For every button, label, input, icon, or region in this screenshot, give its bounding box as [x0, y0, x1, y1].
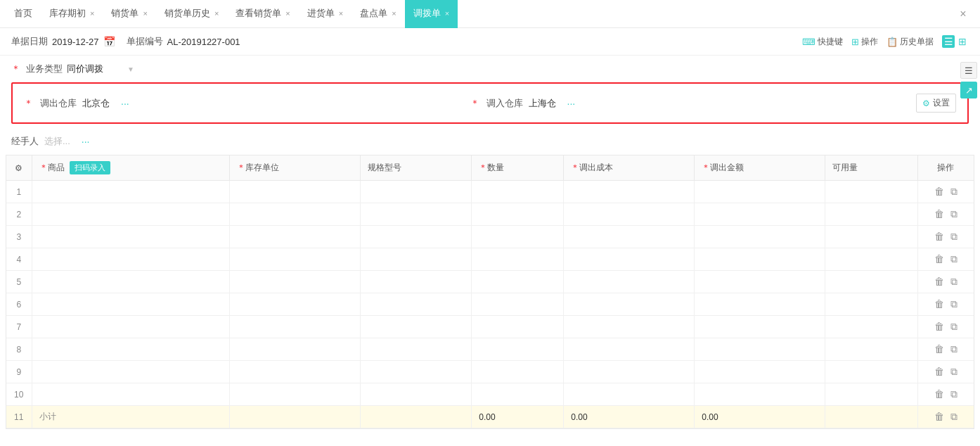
cell-amount[interactable] — [695, 248, 825, 271]
cell-spec[interactable] — [360, 406, 472, 428]
copy-icon[interactable]: ⧉ — [950, 208, 958, 219]
tab-home[interactable]: 首页 — [6, 0, 41, 28]
cell-quantity[interactable] — [472, 226, 564, 248]
copy-icon[interactable]: ⧉ — [950, 411, 958, 422]
date-value[interactable]: 2019-12-27 — [52, 37, 99, 47]
cell-amount[interactable] — [695, 226, 825, 248]
copy-icon[interactable]: ⧉ — [950, 276, 958, 287]
cell-spec[interactable] — [360, 203, 472, 226]
cell-amount[interactable] — [695, 293, 825, 316]
cell-available[interactable] — [825, 226, 917, 248]
cell-unit[interactable] — [229, 406, 360, 428]
layout-toggle[interactable]: ☰ ⊞ — [942, 35, 969, 48]
cell-amount[interactable] — [695, 338, 825, 361]
cell-amount[interactable] — [695, 316, 825, 338]
tab-sales-history[interactable]: 销货单历史 × — [156, 0, 227, 28]
cell-unit[interactable] — [229, 248, 360, 271]
cell-product[interactable] — [32, 338, 229, 361]
cell-spec[interactable] — [360, 181, 472, 203]
copy-icon[interactable]: ⧉ — [950, 343, 958, 355]
cell-unit[interactable] — [229, 338, 360, 361]
cell-unit[interactable] — [229, 203, 360, 226]
cell-amount[interactable] — [695, 271, 825, 293]
window-close-button[interactable]: × — [952, 3, 974, 25]
delete-icon[interactable]: 🗑 — [934, 253, 944, 265]
delete-icon[interactable]: 🗑 — [934, 411, 944, 422]
cell-cost[interactable] — [564, 361, 695, 383]
cell-unit[interactable] — [229, 383, 360, 406]
warehouse-out-value[interactable]: 北京仓 — [82, 97, 110, 110]
cell-unit[interactable] — [229, 271, 360, 293]
cell-spec[interactable] — [360, 226, 472, 248]
cell-quantity[interactable] — [472, 271, 564, 293]
cell-cost[interactable] — [564, 248, 695, 271]
tab-inventory-init[interactable]: 库存期初 × — [41, 0, 103, 28]
handler-input[interactable]: 选择... — [44, 135, 70, 148]
delete-icon[interactable]: 🗑 — [934, 321, 944, 332]
cell-product[interactable] — [32, 361, 229, 383]
copy-icon[interactable]: ⧉ — [950, 231, 958, 242]
delete-icon[interactable]: 🗑 — [934, 208, 944, 219]
cell-available[interactable] — [825, 293, 917, 316]
cell-spec[interactable] — [360, 338, 472, 361]
cell-unit[interactable] — [229, 181, 360, 203]
cell-spec[interactable] — [360, 383, 472, 406]
cell-cost[interactable] — [564, 338, 695, 361]
cell-spec[interactable] — [360, 271, 472, 293]
operation-btn[interactable]: ⊞ 操作 — [851, 36, 878, 48]
cell-available[interactable] — [825, 338, 917, 361]
cell-available[interactable] — [825, 271, 917, 293]
business-type-field[interactable]: ＊ 业务类型 同价调拨 ▼ — [11, 63, 134, 75]
delete-icon[interactable]: 🗑 — [934, 298, 944, 310]
close-icon[interactable]: × — [90, 9, 94, 18]
cell-amount[interactable] — [695, 203, 825, 226]
cell-product[interactable] — [32, 293, 229, 316]
tab-inventory-count[interactable]: 盘点单 × — [352, 0, 404, 28]
scan-btn[interactable]: 扫码录入 — [70, 161, 110, 174]
cell-cost[interactable] — [564, 203, 695, 226]
cell-product[interactable] — [32, 383, 229, 406]
cell-cost[interactable] — [564, 383, 695, 406]
cell-quantity[interactable] — [472, 293, 564, 316]
copy-icon[interactable]: ⧉ — [950, 298, 958, 310]
cell-amount[interactable] — [695, 383, 825, 406]
copy-icon[interactable]: ⧉ — [950, 388, 958, 400]
sidebar-tool-list[interactable]: ☰ — [960, 62, 977, 79]
copy-icon[interactable]: ⧉ — [950, 321, 958, 332]
cell-quantity[interactable] — [472, 316, 564, 338]
cell-spec[interactable] — [360, 361, 472, 383]
cell-available[interactable] — [825, 181, 917, 203]
cell-cost[interactable] — [564, 181, 695, 203]
table-scroll[interactable]: ⚙ ＊商品 扫码录入 ＊库存单位 规格型号 ＊数量 ＊调出成本 — [6, 155, 974, 428]
close-icon[interactable]: × — [214, 9, 219, 18]
cell-amount[interactable] — [695, 181, 825, 203]
cell-amount[interactable] — [695, 361, 825, 383]
cell-cost[interactable] — [564, 226, 695, 248]
calendar-icon[interactable]: 📅 — [103, 36, 115, 47]
cell-quantity[interactable] — [472, 181, 564, 203]
tab-transfer-order[interactable]: 调拨单 × — [405, 0, 458, 28]
delete-icon[interactable]: 🗑 — [934, 186, 944, 197]
cell-available[interactable] — [825, 203, 917, 226]
cell-unit[interactable] — [229, 226, 360, 248]
cell-quantity[interactable] — [472, 383, 564, 406]
close-icon[interactable]: × — [445, 9, 449, 18]
warehouse-out-more-btn[interactable]: ··· — [121, 98, 129, 109]
cell-product[interactable] — [32, 226, 229, 248]
cell-spec[interactable] — [360, 293, 472, 316]
cell-available[interactable] — [825, 361, 917, 383]
delete-icon[interactable]: 🗑 — [934, 343, 944, 355]
copy-icon[interactable]: ⧉ — [950, 186, 958, 197]
copy-icon[interactable]: ⧉ — [950, 253, 958, 265]
layout-list-icon[interactable]: ☰ — [942, 35, 955, 48]
history-btn[interactable]: 📋 历史单据 — [886, 36, 934, 48]
cell-spec[interactable] — [360, 316, 472, 338]
cell-cost[interactable] — [564, 271, 695, 293]
cell-quantity[interactable] — [472, 338, 564, 361]
warehouse-in-more-btn[interactable]: ··· — [567, 98, 576, 109]
delete-icon[interactable]: 🗑 — [934, 231, 944, 242]
copy-icon[interactable]: ⧉ — [950, 366, 958, 377]
cell-spec[interactable] — [360, 248, 472, 271]
cell-unit[interactable] — [229, 361, 360, 383]
close-icon[interactable]: × — [392, 9, 396, 18]
